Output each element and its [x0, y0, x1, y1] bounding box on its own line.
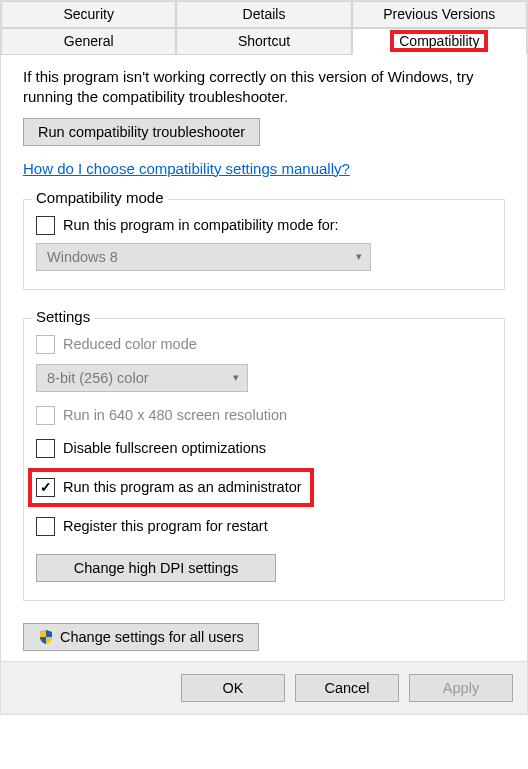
shield-icon: [38, 629, 54, 645]
register-restart-label: Register this program for restart: [63, 518, 268, 534]
disable-fullscreen-label: Disable fullscreen optimizations: [63, 440, 266, 456]
register-restart-checkbox[interactable]: [36, 517, 55, 536]
dialog-button-bar: OK Cancel Apply: [1, 661, 527, 714]
disable-fullscreen-checkbox[interactable]: [36, 439, 55, 458]
run-as-admin-checkbox[interactable]: [36, 478, 55, 497]
compatibility-mode-group: Compatibility mode Run this program in c…: [23, 199, 505, 290]
tab-general[interactable]: General: [1, 28, 176, 55]
color-mode-select[interactable]: 8-bit (256) color ▾: [36, 364, 248, 392]
reduced-color-checkbox[interactable]: [36, 335, 55, 354]
settings-title: Settings: [32, 308, 94, 325]
chevron-down-icon: ▾: [233, 371, 239, 384]
compat-mode-checkbox[interactable]: [36, 216, 55, 235]
reduced-color-label: Reduced color mode: [63, 336, 197, 352]
cancel-button[interactable]: Cancel: [295, 674, 399, 702]
run-troubleshooter-button[interactable]: Run compatibility troubleshooter: [23, 118, 260, 146]
compatibility-mode-title: Compatibility mode: [32, 189, 168, 206]
change-all-users-button[interactable]: Change settings for all users: [23, 623, 259, 651]
tab-security[interactable]: Security: [1, 1, 176, 28]
tab-shortcut[interactable]: Shortcut: [176, 28, 351, 55]
apply-button[interactable]: Apply: [409, 674, 513, 702]
tab-compatibility[interactable]: Compatibility: [352, 28, 527, 55]
change-dpi-button[interactable]: Change high DPI settings: [36, 554, 276, 582]
compat-mode-label: Run this program in compatibility mode f…: [63, 217, 339, 233]
tab-previous-versions[interactable]: Previous Versions: [352, 1, 527, 28]
chevron-down-icon: ▾: [356, 250, 362, 263]
run-as-admin-label: Run this program as an administrator: [63, 479, 302, 495]
intro-text: If this program isn't working correctly …: [23, 67, 505, 108]
tab-details[interactable]: Details: [176, 1, 351, 28]
run-640x480-checkbox[interactable]: [36, 406, 55, 425]
settings-group: Settings Reduced color mode 8-bit (256) …: [23, 318, 505, 601]
compat-mode-select[interactable]: Windows 8 ▾: [36, 243, 371, 271]
help-link[interactable]: How do I choose compatibility settings m…: [23, 160, 350, 177]
run-640x480-label: Run in 640 x 480 screen resolution: [63, 407, 287, 423]
tab-strip: Security Details Previous Versions Gener…: [1, 1, 527, 55]
ok-button[interactable]: OK: [181, 674, 285, 702]
